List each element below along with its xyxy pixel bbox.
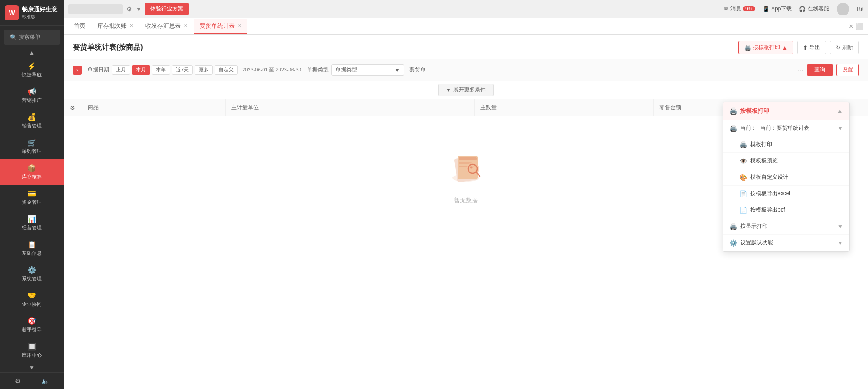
order-type-filter-group: 单据类型 单据类型 ▼ [307,64,404,76]
sidebar-item-label: 采购管理 [22,148,42,155]
sidebar-item-label: 新手引导 [22,326,42,333]
expand-icon: ▼ [446,87,451,93]
basic-icon: 📋 [27,240,36,249]
date-btn-last-month[interactable]: 上月 [112,65,130,75]
topbar-search-input[interactable] [68,4,123,14]
toolbar-right-btns: ··· 查询 设置 [798,64,859,76]
sidebar-nav: ⚡ 快捷导航 📢 营销推广 💰 销售管理 🛒 采购管理 📦 库存核算 💳 资金管… [0,57,64,363]
topbar-chevron-icon[interactable]: ▼ [136,6,141,12]
sidebar-item-operation[interactable]: 📊 经营管理 [0,210,64,236]
query-btn[interactable]: 查询 [807,64,833,76]
dropdown-header: 🖨️ 按模板打印 ▲ [723,102,849,120]
empty-state-illustration [443,144,489,189]
system-icon: ⚙️ [27,266,36,274]
col-settings[interactable]: ⚙ [64,99,82,116]
sidebar-item-marketing[interactable]: 📢 营销推广 [0,83,64,108]
avatar[interactable] [837,3,849,15]
sidebar-item-system[interactable]: ⚙️ 系统管理 [0,261,64,287]
sidebar-item-label: 营销推广 [22,97,42,104]
refresh-btn[interactable]: ↻ 刷新 [830,41,859,54]
topbar-right: ✉ 消息 99+ 📱 App下载 🎧 在线客服 Rit [724,3,863,15]
trial-btn[interactable]: 体验行业方案 [145,3,189,15]
tab-receipt-summary[interactable]: 收发存汇总表 ✕ [140,19,193,34]
close-all-tabs-icon[interactable]: ✕ [848,23,854,30]
template-export-pdf-label: 按模板导出pdf [750,206,785,214]
template-print-icon: 🖨️ [739,141,747,148]
quick-nav-icon: ⚡ [27,62,36,71]
col-product: 商品 [82,99,225,116]
dropdown-template-export-pdf[interactable]: 📄 按模板导出pdf [723,202,849,218]
close-requisition-stats-icon[interactable]: ✕ [238,23,242,29]
maximize-icon[interactable]: ⬜ [856,23,863,30]
sidebar-item-finance[interactable]: 💳 资金管理 [0,185,64,210]
online-service-item[interactable]: 🎧 在线客服 [799,5,829,13]
date-btn-more[interactable]: 更多 [195,65,213,75]
sidebar-scroll-down[interactable]: ▼ [0,363,64,372]
tab-requisition-stats[interactable]: 要货单统计表 ✕ [194,19,247,34]
messages-item[interactable]: ✉ 消息 99+ [724,5,755,13]
sidebar-item-label: 系统管理 [22,275,42,282]
date-range-text: 2023-06-01 至 2023-06-30 [242,66,301,73]
dropdown-template-print[interactable]: 🖨️ 模板打印 [723,136,849,153]
more-options-icon[interactable]: ··· [798,66,803,74]
tab-inventory-batch[interactable]: 库存批次账 ✕ [92,19,139,34]
dropdown-template-preview[interactable]: 👁️ 模板板预览 [723,153,849,169]
template-export-excel-label: 按模板导出excel [750,190,790,197]
tab-receipt-summary-label: 收发存汇总表 [145,22,181,30]
expand-more-row: ▼ 展开更多条件 [64,81,868,99]
date-filter-label: 单据日期 [87,66,109,74]
dropdown-collapse-icon[interactable]: ▲ [837,107,843,115]
sidebar-item-basic[interactable]: 📋 基础信息 [0,236,64,261]
tab-home[interactable]: 首页 [68,19,91,34]
operation-icon: 📊 [27,215,36,223]
sidebar-item-cooperation[interactable]: 🤝 企业协同 [0,287,64,312]
dropdown-template-design[interactable]: 🎨 模板自定义设计 [723,169,849,186]
topbar-gear-icon[interactable]: ⚙ [126,5,132,13]
settings-btn[interactable]: 设置 [836,64,859,76]
sidebar-item-inventory[interactable]: 📦 库存核算 [0,159,64,185]
dropdown-display-print[interactable]: 🖨️ 按显示打印 ▼ [723,218,849,235]
date-btn-custom[interactable]: 自定义 [215,65,238,75]
sidebar-item-purchase[interactable]: 🛒 采购管理 [0,134,64,159]
download-icon: 📱 [763,6,769,12]
display-print-expand-icon: ▼ [838,223,843,230]
set-default-expand-icon: ▼ [838,240,843,246]
sidebar-item-quick-nav[interactable]: ⚡ 快捷导航 [0,57,64,83]
expand-more-label: 展开更多条件 [453,86,486,94]
order-type-select[interactable]: 单据类型 ▼ [331,64,404,76]
col-settings-icon[interactable]: ⚙ [70,105,75,111]
date-btn-last-7-days[interactable]: 近7天 [172,65,193,75]
sidebar-item-app-center[interactable]: 🔲 应用中心 [0,338,64,363]
print-template-btn[interactable]: 🖨️ 按模板打印 ▲ [738,41,793,54]
date-btn-this-month[interactable]: 本月 [132,65,150,75]
col-unit: 主计量单位 [225,99,475,116]
refresh-icon: ↻ [836,45,840,51]
svg-rect-3 [459,157,477,160]
sidebar-item-label: 应用中心 [22,352,42,359]
requisition-filter-group: 要货单 [409,66,426,74]
sidebar-scroll-up[interactable]: ▲ [0,48,64,57]
date-btn-this-year[interactable]: 本年 [152,65,170,75]
sidebar-item-sales[interactable]: 💰 销售管理 [0,108,64,134]
dropdown-template-export-excel[interactable]: 📄 按模板导出excel [723,186,849,202]
template-export-pdf-icon: 📄 [739,207,747,214]
app-logo: W 畅康通好生意 标准版 [0,0,64,26]
sidebar-item-guide[interactable]: 🎯 新手引导 [0,312,64,338]
expand-more-btn[interactable]: ▼ 展开更多条件 [438,84,494,96]
app-download-item[interactable]: 📱 App下载 [763,5,792,13]
speaker-icon[interactable]: 🔈 [41,377,49,384]
export-btn[interactable]: ⬆ 导出 [797,41,826,54]
service-icon: 🎧 [799,6,806,12]
settings-icon[interactable]: ⚙ [15,377,21,384]
sidebar-search[interactable]: 🔍 搜索菜单 [4,30,60,45]
date-btns: 上月 本月 本年 近7天 更多 自定义 [112,65,238,75]
close-receipt-summary-icon[interactable]: ✕ [184,23,188,29]
sidebar-item-label: 经营管理 [22,224,42,231]
dropdown-set-default[interactable]: ⚙️ 设置默认功能 ▼ [723,235,849,251]
page-header: 要货单统计表(按商品) 🖨️ 按模板打印 ▲ ⬆ 导出 ↻ 刷新 [64,35,868,59]
current-template-label: 当前： [740,124,757,132]
dropdown-current-template[interactable]: 🖨️ 当前： 当前：要货单统计表 ▼ [723,120,849,136]
filter-expand-btn[interactable]: › [73,66,82,75]
close-inventory-batch-icon[interactable]: ✕ [130,23,134,29]
set-default-icon: ⚙️ [729,239,737,247]
